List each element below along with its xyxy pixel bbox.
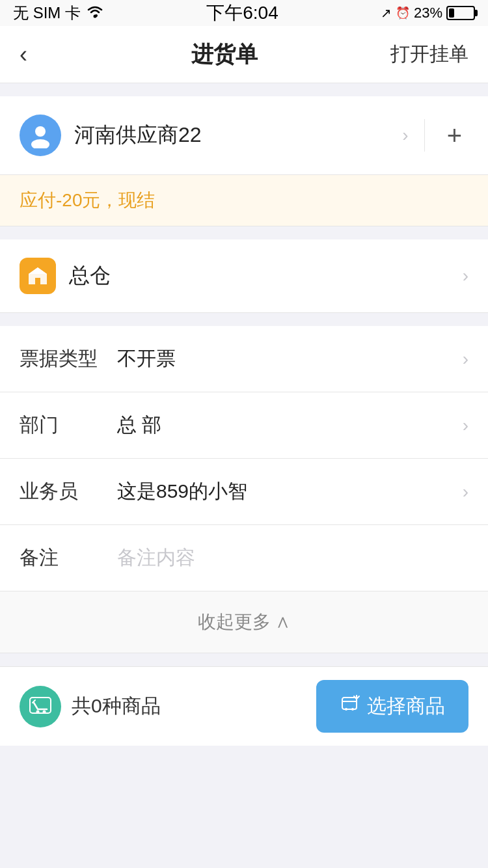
remark-input[interactable]: 备注内容 bbox=[117, 545, 468, 571]
remark-row[interactable]: 备注 备注内容 bbox=[0, 525, 488, 591]
avatar bbox=[20, 115, 61, 156]
department-row[interactable]: 部门 总 部 › bbox=[0, 392, 488, 459]
wifi-icon bbox=[86, 4, 104, 22]
invoice-type-row[interactable]: 票据类型 不开票 › bbox=[0, 326, 488, 392]
section-gap-3 bbox=[0, 313, 488, 326]
invoice-value: 不开票 bbox=[117, 346, 463, 372]
svg-point-7 bbox=[36, 710, 40, 713]
department-value: 总 部 bbox=[117, 412, 463, 439]
svg-point-0 bbox=[94, 15, 97, 18]
invoice-chevron-icon: › bbox=[463, 349, 468, 370]
salesperson-chevron-icon: › bbox=[463, 481, 468, 502]
bottom-bar: 共0种商品 选择商品 bbox=[0, 666, 488, 746]
salesperson-row[interactable]: 业务员 这是859的小智 › bbox=[0, 459, 488, 525]
alarm-icon: ⏰ bbox=[396, 6, 410, 20]
svg-marker-5 bbox=[29, 267, 47, 274]
section-gap-2 bbox=[0, 226, 488, 239]
battery-icon bbox=[446, 6, 475, 20]
nav-bar: ‹ 进货单 打开挂单 bbox=[0, 26, 488, 83]
svg-rect-4 bbox=[35, 278, 40, 284]
salesperson-value: 这是859的小智 bbox=[117, 478, 463, 505]
supplier-row[interactable]: 河南供应商22 › + bbox=[0, 96, 488, 175]
department-label: 部门 bbox=[20, 412, 117, 439]
svg-point-8 bbox=[43, 710, 46, 713]
select-product-button[interactable]: 选择商品 bbox=[316, 680, 468, 733]
warehouse-name: 总仓 bbox=[69, 262, 463, 290]
select-btn-label: 选择商品 bbox=[367, 693, 445, 720]
product-cart-icon bbox=[20, 686, 61, 727]
svg-point-11 bbox=[351, 708, 354, 711]
page-title: 进货单 bbox=[191, 40, 258, 70]
department-chevron-icon: › bbox=[463, 415, 468, 436]
select-cart-icon bbox=[340, 695, 360, 718]
supplier-chevron-icon: › bbox=[402, 125, 408, 146]
svg-point-1 bbox=[35, 126, 46, 137]
svg-point-10 bbox=[345, 708, 347, 711]
warehouse-row[interactable]: 总仓 › bbox=[0, 239, 488, 313]
svg-rect-6 bbox=[30, 698, 51, 713]
collapse-label: 收起更多 ∧ bbox=[198, 610, 291, 634]
supplier-card: 河南供应商22 › + 应付-20元，现结 bbox=[0, 96, 488, 226]
open-pending-button[interactable]: 打开挂单 bbox=[390, 41, 468, 68]
add-supplier-button[interactable]: + bbox=[441, 121, 468, 150]
page-background bbox=[0, 746, 488, 868]
warehouse-chevron-icon: › bbox=[463, 265, 468, 286]
notice-banner: 应付-20元，现结 bbox=[0, 175, 488, 226]
location-icon: ↗ bbox=[381, 5, 392, 21]
notice-text: 应付-20元，现结 bbox=[20, 190, 155, 210]
divider bbox=[424, 119, 425, 152]
section-gap-1 bbox=[0, 83, 488, 96]
section-gap-4 bbox=[0, 653, 488, 666]
status-bar: 无 SIM 卡 下午6:04 ↗ ⏰ 23% bbox=[0, 0, 488, 26]
svg-point-2 bbox=[31, 139, 49, 148]
form-card: 票据类型 不开票 › 部门 总 部 › 业务员 这是859的小智 › 备注 备注… bbox=[0, 326, 488, 591]
status-left: 无 SIM 卡 bbox=[13, 3, 104, 23]
svg-rect-9 bbox=[342, 698, 357, 709]
collapse-button[interactable]: 收起更多 ∧ bbox=[0, 591, 488, 653]
salesperson-label: 业务员 bbox=[20, 478, 117, 505]
carrier-label: 无 SIM 卡 bbox=[13, 3, 81, 23]
status-time: 下午6:04 bbox=[206, 1, 278, 25]
product-count-label: 共0种商品 bbox=[72, 693, 316, 720]
invoice-label: 票据类型 bbox=[20, 346, 117, 372]
back-button[interactable]: ‹ bbox=[20, 41, 59, 68]
status-right: ↗ ⏰ 23% bbox=[381, 5, 475, 21]
remark-label: 备注 bbox=[20, 545, 117, 571]
supplier-name: 河南供应商22 bbox=[74, 121, 402, 150]
warehouse-icon bbox=[20, 258, 56, 294]
battery-percent: 23% bbox=[414, 5, 442, 21]
